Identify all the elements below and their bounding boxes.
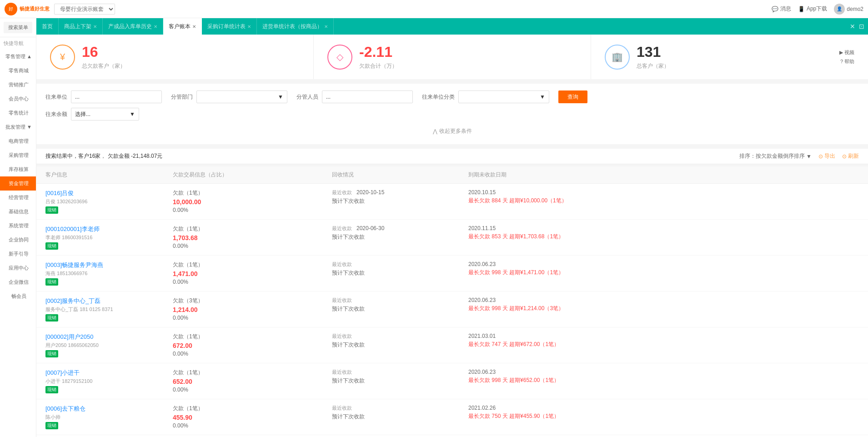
sidebar-item-marketing[interactable]: 营销推广 xyxy=(0,78,36,92)
chevron-up-icon: ⋀ xyxy=(433,128,437,135)
from-unit-input[interactable]: ... xyxy=(71,90,162,103)
tab-products-off-label: 商品上下架 xyxy=(64,23,91,30)
stat-info-amount: -2.11 欠款合计（万） xyxy=(359,44,397,70)
tab-purchase-stats[interactable]: 采购订单统计表 ✕ xyxy=(202,18,257,35)
message-btn[interactable]: 💬 消息 xyxy=(772,5,791,13)
sidebar-item-operations[interactable]: 经营管理 xyxy=(0,191,36,205)
debt-cell-2: 欠款（1笔） 1,703.68 0.00% xyxy=(173,225,332,249)
sidebar-item-member[interactable]: 会员中心 xyxy=(0,92,36,106)
user-profile[interactable]: 👤 demo2 xyxy=(834,4,863,15)
customer-tag-1: 现销 xyxy=(45,206,58,214)
remaining-select[interactable]: 选择... ▼ xyxy=(71,108,139,121)
overdue-date-1: 2020.10.15 xyxy=(468,189,859,196)
overdue-days-7: 最长欠款 750 天 超期¥455.90（1笔） xyxy=(468,412,859,420)
debt-cell-4: 欠款（3笔） 1,214.00 0.00% xyxy=(173,297,332,321)
debt-amount-7: 455.90 xyxy=(173,414,332,421)
help-btn[interactable]: ? 帮助 xyxy=(840,58,854,65)
sidebar-item-basic-info[interactable]: 基础信息 xyxy=(0,205,36,219)
header-customer: 客户信息 xyxy=(45,171,173,179)
sidebar-item-purchase[interactable]: 采购管理 xyxy=(0,148,36,162)
stat-icon-building: 🏢 xyxy=(605,45,630,70)
sidebar-item-apps[interactable]: 应用中心 xyxy=(0,261,36,275)
dept-label: 分管部门 xyxy=(171,93,193,101)
tab-production-history[interactable]: 产成品入库单历史 ✕ xyxy=(103,18,163,35)
tab-home-label: 首页 xyxy=(42,23,53,30)
filter-row-1: 往来单位 ... 分管部门 ▼ 分管人员 xyxy=(45,90,859,103)
tab-fullscreen-btn[interactable]: ⊡ xyxy=(859,23,864,30)
video-icon: ▶ xyxy=(839,50,843,55)
chevron-down-icon-2: ▼ xyxy=(540,94,545,100)
return-cell-3: 最近收款 预计下次收款 xyxy=(332,261,468,277)
stat-info-debt: 16 总欠款客户（家） xyxy=(82,44,125,70)
filter-dept: 分管部门 ▼ xyxy=(171,90,287,103)
sidebar-item-newbie[interactable]: 新手引导 xyxy=(0,247,36,261)
overdue-date-6: 2020.06.23 xyxy=(468,369,859,375)
collapse-btn[interactable]: ⋀ 收起更多条件 xyxy=(45,125,859,137)
unit-category-select[interactable]: ▼ xyxy=(458,90,549,103)
debt-percent-7: 0.00% xyxy=(173,422,332,429)
stat-card-total-customers: 🏢 131 总客户（家） ▶ 视频 ? 帮助 xyxy=(591,35,868,79)
overdue-cell-3: 2020.06.23 最长欠款 998 天 超期¥1,471.00（1笔） xyxy=(468,261,859,276)
sidebar-item-retail-stats[interactable]: 零售统计 xyxy=(0,106,36,120)
dept-select[interactable]: ▼ xyxy=(196,90,287,103)
export-btn[interactable]: ⊙ 导出 xyxy=(818,152,835,160)
tab-stock-stats[interactable]: 进货单统计表（按商品） ✕ xyxy=(257,18,334,35)
return-row-2a: 最近收款 2020-06-30 xyxy=(332,225,468,232)
company-selector[interactable]: 母婴行业演示账套 xyxy=(54,4,115,15)
sidebar-item-wholesale[interactable]: 批发管理 ▼ xyxy=(0,120,36,134)
tab-home[interactable]: 首页 xyxy=(36,18,59,35)
tab-production-close[interactable]: ✕ xyxy=(154,24,157,29)
tab-products-off-close[interactable]: ✕ xyxy=(93,24,97,29)
return-row-4b: 预计下次收款 xyxy=(332,305,468,313)
overdue-days-6: 最长欠款 998 天 超期¥652.00（1笔） xyxy=(468,377,859,384)
sidebar-item-corp-wechat[interactable]: 企业微信 xyxy=(0,275,36,289)
message-icon: 💬 xyxy=(772,6,778,12)
return-row-1b: 预计下次收款 xyxy=(332,197,468,205)
debt-percent-1: 0.00% xyxy=(173,207,332,213)
chevron-down-icon: ▼ xyxy=(278,94,283,100)
tab-customer-close[interactable]: ✕ xyxy=(192,24,196,29)
debt-percent-2: 0.00% xyxy=(173,243,332,249)
sidebar-item-ecommerce[interactable]: 电商管理 xyxy=(0,134,36,148)
sidebar-item-finance[interactable]: 资金管理 xyxy=(0,176,36,191)
tab-products-off[interactable]: 商品上下架 ✕ xyxy=(59,18,103,35)
header-debt: 欠款交易信息（占比） xyxy=(173,171,332,179)
logo-icon: 好 xyxy=(5,3,17,15)
filter-unit-category: 往来单位分类 ▼ xyxy=(422,90,549,103)
sidebar-item-retail-mgmt[interactable]: 零售管理 ▲ xyxy=(0,50,36,64)
yuan-icon: ¥ xyxy=(50,45,75,70)
tab-production-label: 产成品入库单历史 xyxy=(108,23,152,30)
video-btn[interactable]: ▶ 视频 xyxy=(839,49,854,56)
customer-name-4: [0002]服务中心_丁磊 xyxy=(45,297,173,305)
sidebar-item-system[interactable]: 系统管理 xyxy=(0,219,36,233)
customer-cell-6: [0007]小进干 小进干 18279152100 现销 xyxy=(45,369,173,393)
debt-cell-3: 欠款（1笔） 1,471.00 0.00% xyxy=(173,261,332,285)
tab-customer-account[interactable]: 客户账本 ✕ xyxy=(163,18,202,35)
search-btn[interactable]: 查询 xyxy=(558,90,587,103)
search-menu-btn[interactable]: 搜索菜单 xyxy=(4,22,32,33)
return-row-7b: 预计下次收款 xyxy=(332,413,468,421)
remaining-label: 往来余额 xyxy=(45,111,67,118)
refresh-btn[interactable]: ⊙ 刷新 xyxy=(842,152,859,160)
data-table: 客户信息 欠款交易信息（占比） 回收情况 到期未收款日期 [0016]吕俊 吕俊… xyxy=(36,166,868,437)
header-return: 回收情况 xyxy=(332,171,468,179)
app-download-btn[interactable]: 📱 App下载 xyxy=(798,5,827,13)
debt-percent-6: 0.00% xyxy=(173,387,332,393)
sort-btn[interactable]: 排序：按欠款金额倒序排序 ▼ xyxy=(739,152,812,160)
sidebar-item-retail-shop[interactable]: 零售商城 xyxy=(0,64,36,78)
overdue-days-5: 最长欠款 747 天 超期¥672.00（1笔） xyxy=(468,341,859,348)
return-cell-2: 最近收款 2020-06-30 预计下次收款 xyxy=(332,225,468,241)
top-bar: 好 畅捷通好生意 母婴行业演示账套 💬 消息 📱 App下载 👤 demo2 xyxy=(0,0,868,18)
sidebar-item-inventory[interactable]: 库存核算 xyxy=(0,162,36,176)
sidebar-item-vip[interactable]: 畅会员 xyxy=(0,289,36,303)
customer-tag-4: 现销 xyxy=(45,314,58,321)
sidebar-item-enterprise[interactable]: 企业协同 xyxy=(0,233,36,247)
tab-close-all-btn[interactable]: ✕ xyxy=(850,23,855,30)
filter-remaining: 往来余额 选择... ▼ xyxy=(45,108,139,121)
overdue-date-4: 2020.06.23 xyxy=(468,297,859,303)
tab-purchase-close[interactable]: ✕ xyxy=(247,24,251,29)
staff-input[interactable]: ... xyxy=(322,90,413,103)
tab-stock-close[interactable]: ✕ xyxy=(324,24,328,29)
help-icon: ? xyxy=(840,59,843,64)
stat-info-total: 131 总客户（家） xyxy=(637,44,669,70)
